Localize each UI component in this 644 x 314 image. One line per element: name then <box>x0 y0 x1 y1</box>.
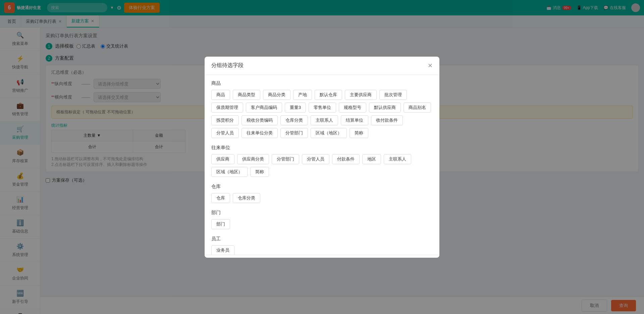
modal-title: 分组待选字段 <box>211 62 244 69</box>
modal-close-button[interactable]: ✕ <box>428 62 433 69</box>
field-chips-2: 仓库仓库分类 <box>211 193 433 203</box>
field-chips-1: 供应商供应商分类分管部门分管人员付款条件地区主联系人区域（地区）简称 <box>211 154 433 177</box>
field-chip-1-1[interactable]: 供应商分类 <box>237 154 269 164</box>
field-group-2: 仓库仓库仓库分类 <box>211 184 433 203</box>
field-chip-0-19[interactable]: 收付款条件 <box>371 115 403 125</box>
field-group-3: 部门部门 <box>211 210 433 229</box>
field-chip-0-13[interactable]: 商品别名 <box>404 103 431 113</box>
field-chip-0-11[interactable]: 规格型号 <box>339 103 366 113</box>
modal-overlay: 分组待选字段 ✕ 商品商品商品类型商品分类产地默认仓库主要供应商批次管理保质期管… <box>0 0 644 314</box>
field-chip-0-23[interactable]: 区域（地区） <box>311 128 347 138</box>
field-chip-3-0[interactable]: 部门 <box>211 219 230 229</box>
field-chip-1-4[interactable]: 付款条件 <box>332 154 360 164</box>
field-chip-0-6[interactable]: 批次管理 <box>379 90 407 100</box>
modal-header: 分组待选字段 ✕ <box>205 57 439 75</box>
field-chips-0: 商品商品类型商品分类产地默认仓库主要供应商批次管理保质期管理客户商品编码重量3零… <box>211 90 433 138</box>
field-chips-3: 部门 <box>211 219 433 229</box>
field-group-0: 商品商品商品类型商品分类产地默认仓库主要供应商批次管理保质期管理客户商品编码重量… <box>211 80 433 138</box>
field-chip-0-3[interactable]: 产地 <box>293 90 312 100</box>
field-group-title-4: 员工 <box>211 236 433 242</box>
field-chip-0-18[interactable]: 结算单位 <box>341 115 368 125</box>
field-chip-2-0[interactable]: 仓库 <box>211 193 230 203</box>
field-chip-0-5[interactable]: 主要供应商 <box>345 90 377 100</box>
field-chip-0-9[interactable]: 重量3 <box>285 103 306 113</box>
field-chip-1-0[interactable]: 供应商 <box>211 154 234 164</box>
field-chip-1-5[interactable]: 地区 <box>362 154 381 164</box>
field-group-title-2: 仓库 <box>211 184 433 190</box>
field-group-title-3: 部门 <box>211 210 433 216</box>
field-chip-1-7[interactable]: 区域（地区） <box>211 167 248 177</box>
field-chips-4: 业务员 <box>211 245 433 255</box>
field-chip-1-6[interactable]: 主联系人 <box>384 154 411 164</box>
field-chip-0-20[interactable]: 分管人员 <box>211 128 239 138</box>
field-chip-0-7[interactable]: 保质期管理 <box>211 103 243 113</box>
modal-dialog: 分组待选字段 ✕ 商品商品商品类型商品分类产地默认仓库主要供应商批次管理保质期管… <box>205 57 439 258</box>
field-group-title-0: 商品 <box>211 80 433 86</box>
field-chip-0-22[interactable]: 分管部门 <box>280 128 308 138</box>
field-chip-0-21[interactable]: 往来单位分类 <box>241 128 278 138</box>
field-group-1: 往来单位供应商供应商分类分管部门分管人员付款条件地区主联系人区域（地区）简称 <box>211 145 433 177</box>
field-chip-0-24[interactable]: 简称 <box>350 128 368 138</box>
field-chip-1-3[interactable]: 分管人员 <box>302 154 329 164</box>
field-chip-0-0[interactable]: 商品 <box>211 90 230 100</box>
field-chip-0-1[interactable]: 商品类型 <box>233 90 260 100</box>
field-group-title-1: 往来单位 <box>211 145 433 151</box>
field-chip-0-14[interactable]: 拣货积分 <box>211 115 239 125</box>
modal-horizontal-scroll[interactable] <box>205 255 439 257</box>
field-chip-0-12[interactable]: 默认供应商 <box>369 103 401 113</box>
modal-body: 商品商品商品类型商品分类产地默认仓库主要供应商批次管理保质期管理客户商品编码重量… <box>205 75 439 255</box>
field-chip-1-2[interactable]: 分管部门 <box>272 154 299 164</box>
field-chip-0-15[interactable]: 税收分类编码 <box>241 115 278 125</box>
field-chip-0-10[interactable]: 零售单位 <box>309 103 336 113</box>
field-chip-2-1[interactable]: 仓库分类 <box>233 193 260 203</box>
field-chip-0-17[interactable]: 主联系人 <box>311 115 338 125</box>
field-chip-4-0[interactable]: 业务员 <box>211 245 234 255</box>
field-chip-0-8[interactable]: 客户商品编码 <box>246 103 282 113</box>
field-group-4: 员工业务员 <box>211 236 433 255</box>
field-chip-0-16[interactable]: 仓库分类 <box>280 115 308 125</box>
field-chip-1-8[interactable]: 简称 <box>250 167 269 177</box>
field-chip-0-2[interactable]: 商品分类 <box>263 90 290 100</box>
field-chip-0-4[interactable]: 默认仓库 <box>315 90 342 100</box>
